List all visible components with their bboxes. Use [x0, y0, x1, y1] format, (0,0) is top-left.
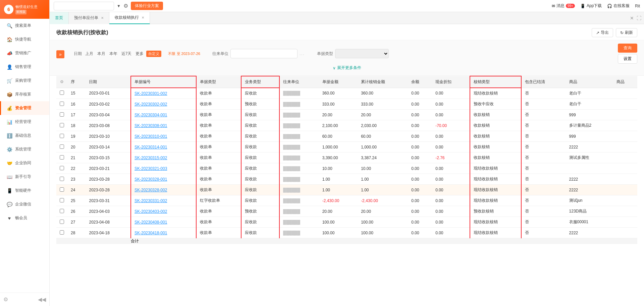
sidebar-item-basic[interactable]: ℹ️ 基础信息 — [0, 129, 49, 142]
col-checkbox[interactable] — [56, 195, 67, 206]
tab-collection-close[interactable]: ✕ — [142, 16, 144, 19]
cell-biz-type: 应收款 — [241, 195, 279, 206]
filter-setting-button[interactable]: 设置 — [618, 54, 637, 64]
collapse-icon[interactable]: ◀◀ — [38, 296, 46, 303]
cell-goods: 2222 — [566, 185, 613, 195]
bill-no-link[interactable]: SK-20230308-001 — [135, 123, 167, 128]
sidebar-item-marketing[interactable]: 📣 营销推广 — [0, 46, 49, 60]
cell-partner: ██████ — [279, 110, 319, 120]
bill-no-link[interactable]: SK-20230328-002 — [135, 188, 167, 192]
sidebar-item-finance[interactable]: 💰 资金管理 — [0, 101, 49, 115]
expand-conditions-button[interactable]: ∨ 展开更多条件 — [333, 65, 361, 71]
bill-type-select[interactable] — [335, 49, 389, 58]
refresh-button[interactable]: ↻ 刷新 — [616, 28, 637, 37]
sidebar-item-quicknav[interactable]: 🏠 快捷导航 — [0, 33, 49, 46]
bill-no-link[interactable]: SK-20230418-001 — [135, 231, 167, 235]
col-checkbox[interactable] — [56, 120, 67, 131]
bill-no-link[interactable]: SK-20230403-002 — [135, 209, 167, 214]
cell-bill-no: SK-20230403-002 — [131, 206, 196, 217]
col-checkbox[interactable] — [56, 99, 67, 110]
bill-no-link[interactable]: SK-20230301-002 — [135, 91, 167, 96]
cell-bill-no: SK-20230418-001 — [131, 228, 196, 238]
cell-bill-type: 红字收款单 — [196, 195, 241, 206]
bill-no-link[interactable]: SK-20230331-002 — [135, 198, 167, 203]
message-button[interactable]: ✉ 消息 99+ — [552, 3, 575, 9]
tab-home[interactable]: 首页 — [50, 12, 69, 24]
col-gear-icon[interactable]: ⚙ — [60, 79, 64, 84]
cell-amount: 100.00 — [319, 217, 358, 228]
settings-icon[interactable]: ⚙ — [3, 296, 8, 303]
cell-bill-no: SK-20230304-001 — [131, 110, 196, 120]
search-input[interactable] — [54, 2, 114, 10]
cell-date: 2023-04-03 — [86, 206, 131, 217]
date-btn-this-month[interactable]: 本月 — [96, 50, 107, 57]
col-checkbox[interactable] — [56, 228, 67, 238]
cell-goods2 — [613, 110, 637, 120]
online-service-button[interactable]: 🎧 在线客服 — [607, 3, 630, 9]
cell-seq: 26 — [67, 206, 86, 217]
bill-no-link[interactable]: SK-20230304-001 — [135, 113, 167, 117]
sidebar-item-hardware[interactable]: 📱 智能硬件 — [0, 184, 49, 197]
col-checkbox[interactable] — [56, 131, 67, 142]
solution-button[interactable]: 体验行业方案 — [131, 2, 163, 10]
bill-no-link[interactable]: SK-20230408-001 — [135, 220, 167, 225]
partner-input[interactable] — [230, 49, 298, 58]
sidebar-item-sales[interactable]: 👤 销售管理 — [0, 60, 49, 74]
app-download-button[interactable]: 📱 App下载 — [580, 3, 602, 9]
sidebar-item-wechat[interactable]: 💬 企业微信 — [0, 197, 49, 211]
sidebar-item-corp[interactable]: 🤝 企业协同 — [0, 156, 49, 170]
cell-include-cleared: 否 — [521, 206, 566, 217]
export-button[interactable]: ↗ 导出 — [592, 28, 613, 37]
col-checkbox[interactable] — [56, 88, 67, 99]
date-btn-more[interactable]: 更多 — [134, 50, 145, 57]
sidebar-item-system[interactable]: ⚙️ 系统管理 — [0, 142, 49, 156]
col-checkbox[interactable] — [56, 110, 67, 120]
dropdown-button[interactable]: ▼ — [117, 2, 121, 10]
col-checkbox[interactable] — [56, 163, 67, 174]
cell-amount: -2,430.00 — [319, 195, 358, 206]
date-custom-button[interactable]: 自定义 — [146, 51, 161, 57]
sidebar-item-operation[interactable]: 📊 经营管理 — [0, 115, 49, 129]
cell-cancel-type: 预收中应收 — [470, 99, 521, 110]
filter-toggle-button[interactable]: » — [56, 50, 64, 58]
wechat-icon: 💬 — [6, 202, 12, 207]
tab-close-all-button[interactable]: ✕ — [630, 15, 634, 21]
filter-area: » 日期 上月 本月 本年 近7天 更多 自定义 不限 至 2023-07-26 — [50, 40, 644, 76]
col-checkbox[interactable] — [56, 174, 67, 185]
table-row: 22 2023-03-21 SK-20230321-003 收款单 应收款 ██… — [56, 163, 637, 174]
bill-no-link[interactable]: SK-20230314-001 — [135, 145, 167, 149]
query-button[interactable]: 查询 — [618, 44, 637, 53]
cell-cash-discount: 0.00 — [432, 174, 470, 185]
topbar-right: ✉ 消息 99+ 📱 App下载 🎧 在线客服 Rit — [552, 3, 640, 9]
date-btn-last-month[interactable]: 上月 — [84, 50, 95, 57]
col-checkbox[interactable] — [56, 152, 67, 163]
cell-cancel-type: 收款核销 — [470, 120, 521, 131]
col-checkbox[interactable] — [56, 217, 67, 228]
col-checkbox[interactable] — [56, 142, 67, 152]
cell-seq: 20 — [67, 142, 86, 152]
bill-no-link[interactable]: SK-20230310-001 — [135, 134, 167, 139]
cell-total-cancel: 20.00 — [358, 206, 408, 217]
date-btn-this-year[interactable]: 本年 — [108, 50, 119, 57]
sidebar-item-member[interactable]: ♥ 畅会员 — [0, 211, 49, 225]
sidebar-item-newguide[interactable]: 📖 新手引导 — [0, 170, 49, 184]
bill-no-link[interactable]: SK-20230321-003 — [135, 166, 167, 171]
col-checkbox[interactable] — [56, 185, 67, 195]
tab-prepay-close[interactable]: ✕ — [101, 16, 104, 20]
date-btn-7days[interactable]: 近7天 — [120, 50, 133, 57]
sidebar-item-search[interactable]: 🔍 搜索菜单 — [0, 19, 49, 33]
tab-expand-button[interactable]: ⛶ — [637, 15, 641, 21]
sidebar-item-purchase[interactable]: 🛒 采购管理 — [0, 74, 49, 87]
gear-icon[interactable]: ⚙ — [123, 3, 128, 9]
bill-no-link[interactable]: SK-20230328-001 — [135, 177, 167, 182]
tab-prepay[interactable]: 预付单应付单 ✕ — [69, 12, 109, 24]
tab-collection[interactable]: 收款核销执行 ✕ — [109, 12, 150, 24]
sidebar: 6 畅惯道好生意 标推版 🔍 搜索菜单 🏠 快捷导航 📣 营销推广 👤 销售管理… — [0, 0, 50, 306]
cell-goods: 测试多属性 — [566, 152, 613, 163]
bill-no-link[interactable]: SK-20230302-002 — [135, 102, 167, 107]
cell-bill-no: SK-20230308-001 — [131, 120, 196, 131]
sidebar-item-inventory[interactable]: 📦 库存核算 — [0, 87, 49, 101]
cell-biz-type: 应收款 — [241, 185, 279, 195]
col-checkbox[interactable] — [56, 206, 67, 217]
bill-no-link[interactable]: SK-20230315-002 — [135, 156, 167, 160]
